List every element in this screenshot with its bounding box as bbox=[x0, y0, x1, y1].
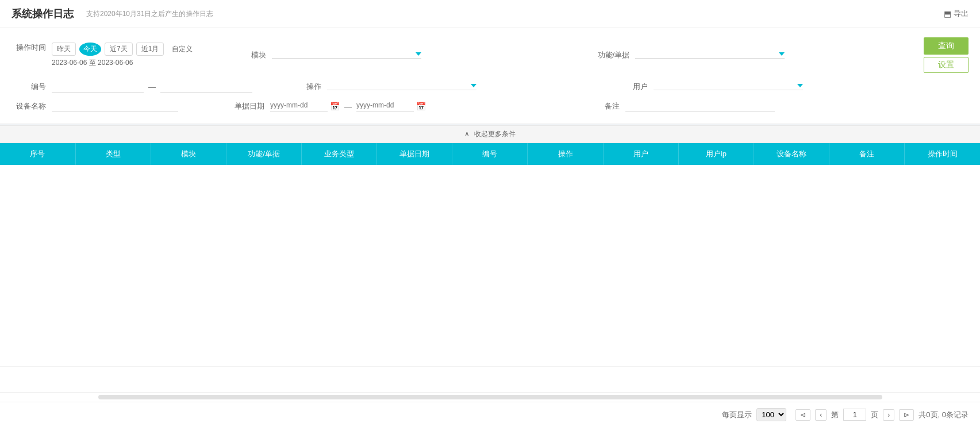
user-select[interactable] bbox=[654, 84, 803, 90]
page-summary: 共0页, 0条记录 bbox=[918, 410, 969, 420]
column-header-序号: 序号 bbox=[0, 143, 75, 165]
remark-label: 备注 bbox=[579, 101, 625, 111]
page-label: 第 bbox=[831, 410, 839, 420]
page-size-select[interactable]: 100 50 200 bbox=[756, 408, 786, 421]
filter-area: 操作时间 昨天 今天 近7天 近1月 自定义 2023-06-06 至 2023… bbox=[0, 28, 980, 124]
first-page-button[interactable]: ⊲ bbox=[795, 409, 810, 421]
table-body bbox=[0, 165, 980, 366]
column-header-业务类型: 业务类型 bbox=[302, 143, 377, 165]
number-label: 编号 bbox=[11, 82, 52, 92]
number-input-to[interactable] bbox=[160, 81, 252, 93]
page-title: 系统操作日志 bbox=[11, 7, 74, 21]
column-header-用户ip: 用户ip bbox=[678, 143, 754, 165]
time-yesterday-btn[interactable]: 昨天 bbox=[52, 43, 76, 56]
settings-button[interactable]: 设置 bbox=[924, 57, 969, 73]
column-header-备注: 备注 bbox=[829, 143, 905, 165]
column-header-操作时间: 操作时间 bbox=[905, 143, 980, 165]
device-label: 设备名称 bbox=[11, 101, 52, 111]
time-custom-btn[interactable]: 自定义 bbox=[167, 43, 197, 55]
user-select-arrow bbox=[797, 84, 803, 87]
date-range-text: 2023-06-06 至 2023-06-06 bbox=[52, 58, 197, 68]
module-select[interactable] bbox=[272, 52, 421, 59]
number-input-from[interactable] bbox=[52, 81, 144, 93]
remark-input[interactable] bbox=[625, 101, 775, 112]
voucher-date-from[interactable] bbox=[270, 101, 328, 112]
time-label: 操作时间 bbox=[11, 43, 52, 53]
page-subtitle: 支持2020年10月31日之后产生的操作日志 bbox=[86, 9, 213, 19]
horizontal-scrollbar[interactable] bbox=[98, 395, 882, 399]
calendar-icon-from[interactable]: 📅 bbox=[330, 102, 340, 111]
module-label: 模块 bbox=[232, 50, 272, 60]
pagination: 每页显示 100 50 200 ⊲ ‹ 第 页 › ⊳ 共0页, 0条记录 bbox=[0, 402, 980, 427]
action-buttons: 查询 设置 bbox=[924, 37, 969, 73]
prev-page-button[interactable]: ‹ bbox=[815, 409, 827, 421]
column-header-类型: 类型 bbox=[75, 143, 151, 165]
voucher-date-label: 单据日期 bbox=[230, 101, 270, 111]
page-number-input[interactable] bbox=[843, 409, 866, 421]
scrollbar-area[interactable] bbox=[0, 392, 980, 402]
last-page-button[interactable]: ⊳ bbox=[899, 409, 914, 421]
column-header-单据日期: 单据日期 bbox=[377, 143, 452, 165]
empty-state bbox=[0, 165, 980, 366]
user-label: 用户 bbox=[608, 82, 654, 92]
column-header-功能/单据: 功能/单据 bbox=[226, 143, 301, 165]
collapse-bar[interactable]: ∧ 收起更多条件 bbox=[0, 125, 980, 143]
operation-select[interactable] bbox=[327, 84, 476, 90]
collapse-label: 收起更多条件 bbox=[474, 130, 516, 138]
collapse-chevron: ∧ bbox=[464, 130, 470, 138]
time-today-btn[interactable]: 今天 bbox=[79, 43, 101, 56]
next-page-button[interactable]: › bbox=[883, 409, 894, 421]
export-label: 导出 bbox=[954, 9, 969, 19]
time-7days-btn[interactable]: 近7天 bbox=[105, 43, 133, 56]
date-separator: — bbox=[344, 102, 352, 111]
page-unit: 页 bbox=[871, 410, 878, 420]
voucher-date-to[interactable] bbox=[356, 101, 414, 112]
module-select-arrow bbox=[416, 52, 421, 56]
time-1month-btn[interactable]: 近1月 bbox=[136, 43, 164, 56]
query-button[interactable]: 查询 bbox=[924, 37, 969, 55]
column-header-用户: 用户 bbox=[603, 143, 678, 165]
column-header-操作: 操作 bbox=[528, 143, 603, 165]
per-page-label: 每页显示 bbox=[722, 410, 752, 420]
export-button[interactable]: ⬒ 导出 bbox=[944, 9, 969, 19]
export-icon: ⬒ bbox=[944, 9, 951, 18]
number-dash: — bbox=[148, 83, 156, 91]
column-header-模块: 模块 bbox=[151, 143, 226, 165]
device-input[interactable] bbox=[52, 101, 178, 112]
function-select[interactable] bbox=[635, 52, 785, 59]
function-label: 功能/单据 bbox=[589, 50, 635, 60]
calendar-icon-to[interactable]: 📅 bbox=[416, 102, 426, 111]
operation-select-arrow bbox=[471, 84, 476, 87]
table-header: 序号类型模块功能/单据业务类型单据日期编号操作用户用户ip设备名称备注操作时间 bbox=[0, 143, 980, 165]
data-table: 序号类型模块功能/单据业务类型单据日期编号操作用户用户ip设备名称备注操作时间 bbox=[0, 143, 980, 392]
function-select-arrow bbox=[779, 52, 785, 56]
operation-label: 操作 bbox=[287, 82, 327, 92]
column-header-设备名称: 设备名称 bbox=[754, 143, 829, 165]
column-header-编号: 编号 bbox=[452, 143, 528, 165]
